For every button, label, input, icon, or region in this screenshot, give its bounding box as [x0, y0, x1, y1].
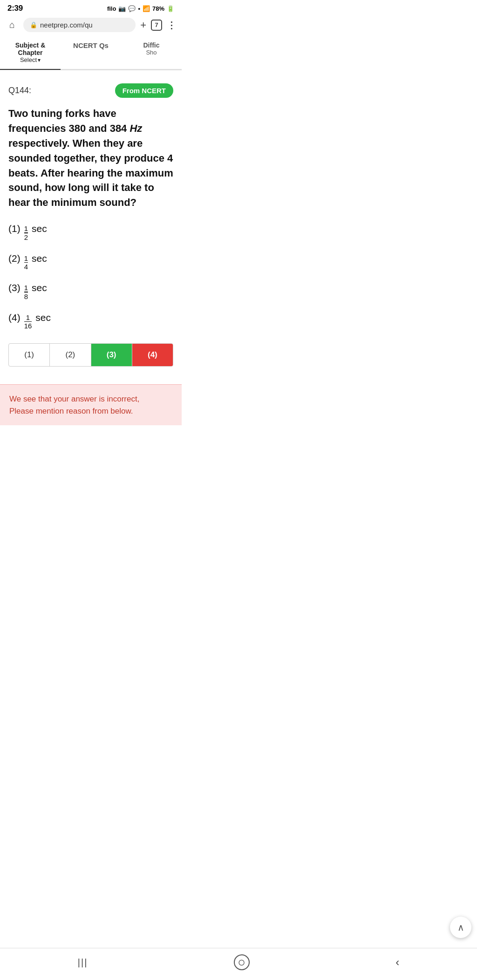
network-icon: 📶 — [143, 5, 150, 12]
status-icons: filo 📷 💬 • 📶 78% 🔋 — [107, 5, 174, 12]
camera-icon: 📷 — [118, 5, 126, 12]
fraction-2-num: 1 — [24, 255, 28, 262]
home-button[interactable]: ⌂ — [6, 19, 19, 32]
option-2-unit: sec — [32, 253, 47, 264]
fraction-1-num: 1 — [24, 225, 28, 232]
tab-subject-chapter-title: Subject & Chapter — [4, 41, 57, 56]
option-2-label: (2) — [8, 253, 20, 264]
chat-icon: 💬 — [128, 5, 136, 12]
ncert-badge: From NCERT — [115, 83, 173, 98]
battery-icon: 🔋 — [167, 5, 174, 12]
tab-count[interactable]: 7 — [151, 20, 162, 31]
time-display: 2:39 — [7, 4, 23, 13]
tab-ncert-label: NCERT Qs — [73, 41, 109, 49]
nav-divider — [0, 70, 182, 70]
options-list: (1) 1 2 sec (2) 1 4 sec (3) 1 8 s — [8, 223, 173, 330]
option-4-label: (4) — [8, 312, 20, 323]
option-1-unit: sec — [32, 223, 47, 234]
feedback-subtitle: Please mention reason from below. — [9, 405, 172, 417]
fraction-2-den: 4 — [24, 263, 28, 270]
browser-actions: + 7 ⋮ — [140, 19, 176, 31]
fraction-3-num: 1 — [24, 284, 28, 291]
chevron-down-icon: ▾ — [38, 57, 41, 63]
option-1[interactable]: (1) 1 2 sec — [8, 223, 173, 242]
fraction-1: 1 2 — [24, 225, 28, 241]
fraction-1-den: 2 — [24, 234, 28, 241]
question-header: Q144: From NCERT — [8, 83, 173, 98]
question-text: Two tuning forks have frequencies 380 an… — [8, 106, 173, 210]
lock-icon: 🔒 — [30, 21, 37, 28]
battery-indicator: 78% — [152, 5, 164, 12]
tab-subject-chapter[interactable]: Subject & Chapter Select ▾ — [0, 36, 61, 69]
feedback-title: We see that your answer is incorrect, — [9, 393, 172, 405]
fraction-3-den: 8 — [24, 293, 28, 300]
dot-indicator: • — [138, 5, 140, 12]
option-4[interactable]: (4) 1 16 sec — [8, 312, 173, 331]
fraction-4-num: 1 — [26, 314, 30, 321]
tab-difficulty-subtitle: Sho — [125, 49, 178, 56]
tab-ncert-qs[interactable]: NCERT Qs — [61, 36, 121, 69]
tab-difficulty[interactable]: Diffic Sho — [121, 36, 182, 69]
more-options-button[interactable]: ⋮ — [167, 20, 176, 30]
tab-subject-chapter-subtitle: Select ▾ — [4, 56, 57, 63]
filo-icon: filo — [107, 5, 116, 12]
content-area: Q144: From NCERT Two tuning forks have f… — [0, 74, 182, 384]
answer-cell-1[interactable]: (1) — [9, 344, 50, 366]
browser-bar: ⌂ 🔒 neetprep.com/qu + 7 ⋮ — [0, 15, 182, 36]
answer-cell-2[interactable]: (2) — [50, 344, 91, 366]
url-bar[interactable]: 🔒 neetprep.com/qu — [23, 18, 136, 32]
option-1-label: (1) — [8, 223, 20, 234]
tab-difficulty-title: Diffic — [125, 41, 178, 49]
fraction-4: 1 16 — [24, 314, 32, 330]
feedback-banner: We see that your answer is incorrect, Pl… — [0, 384, 182, 425]
add-tab-icon[interactable]: + — [140, 19, 146, 31]
answer-row: (1) (2) (3) (4) — [8, 343, 173, 367]
nav-tabs: Subject & Chapter Select ▾ NCERT Qs Diff… — [0, 36, 182, 70]
status-bar: 2:39 filo 📷 💬 • 📶 78% 🔋 — [0, 0, 182, 15]
option-3[interactable]: (3) 1 8 sec — [8, 282, 173, 301]
option-2[interactable]: (2) 1 4 sec — [8, 253, 173, 272]
answer-cell-4[interactable]: (4) — [132, 344, 173, 366]
option-3-label: (3) — [8, 282, 20, 293]
fraction-4-den: 16 — [24, 322, 32, 329]
option-3-unit: sec — [32, 282, 47, 293]
question-number: Q144: — [8, 86, 31, 95]
url-text: neetprep.com/qu — [40, 21, 93, 29]
option-4-unit: sec — [35, 312, 51, 323]
fraction-2: 1 4 — [24, 255, 28, 271]
fraction-3: 1 8 — [24, 284, 28, 300]
answer-cell-3[interactable]: (3) — [91, 344, 132, 366]
